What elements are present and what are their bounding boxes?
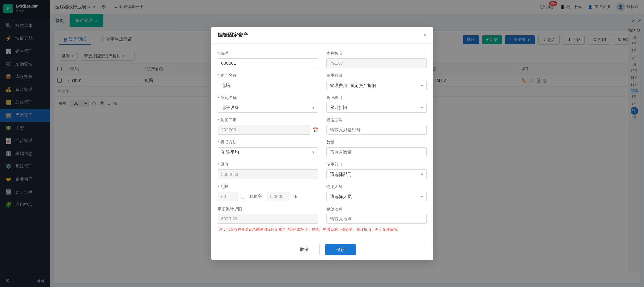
period-unit: 月 [241, 194, 245, 200]
field-asset-name: * 资产名称 [218, 73, 318, 90]
category-select-wrapper: 电子设备 ▼ [218, 103, 318, 113]
monthly-dep-label: 本月折旧 [326, 51, 342, 56]
dep-subject-select[interactable]: 累计折旧 [326, 103, 427, 113]
user-wrapper: 请选择人员 ▼ [326, 192, 427, 201]
spec-input[interactable] [326, 125, 427, 135]
department-label: 使用部门 [326, 162, 342, 167]
field-code: * 编码 [218, 51, 318, 68]
dep-method-label: 折旧方法 [220, 139, 237, 145]
period-residual-row: 月 残值率 % [218, 192, 318, 201]
category-select[interactable]: 电子设备 [218, 103, 318, 113]
location-input[interactable] [326, 214, 427, 224]
orig-value-label: 原值 [220, 162, 228, 167]
dep-subject-wrapper: 累计折旧 ▼ [326, 103, 427, 113]
field-depreciation-method: * 折旧方法 年限平均 ▼ [218, 139, 318, 157]
monthly-dep-input [326, 58, 427, 68]
modal-footer: 取消 保存 [211, 239, 433, 260]
edit-asset-modal: 编辑固定资产 × * 编码 * [211, 27, 433, 260]
department-wrapper: 请选择部门 ▼ [326, 169, 427, 179]
code-field-label: 编码 [220, 51, 228, 56]
category-field-label: 类别名称 [220, 95, 237, 101]
modal-note: 注：已经存在变更记录或者对应固定资产已经生成凭证，原值、购买日期、残值率、累计折… [218, 227, 427, 232]
modal-overlay: 编辑固定资产 × * 编码 * [0, 0, 644, 287]
field-original-value: * 原值 [218, 162, 318, 179]
field-location: 存放地点 [326, 206, 427, 224]
user-select[interactable]: 请选择人员 [326, 192, 427, 201]
form-right-col: 本月折旧 费用科目 管理费用_固定资产折旧 ▼ [326, 51, 427, 224]
modal-title: 编辑固定资产 [218, 32, 248, 38]
purchase-date-label: 购买日期 [220, 117, 237, 123]
expense-subject-select[interactable]: 管理费用_固定资产折旧 [326, 81, 427, 90]
spec-label: 规格型号 [326, 117, 342, 123]
cancel-button[interactable]: 取消 [289, 244, 320, 255]
purchase-date-wrapper: 📅 [218, 125, 318, 135]
field-initial-accumulated: 期初累计折旧 [218, 206, 318, 224]
modal-close-button[interactable]: × [423, 32, 427, 39]
department-select[interactable]: 请选择部门 [326, 169, 427, 179]
field-period-residual: * 期限 月 残值率 % [218, 184, 318, 201]
period-label: 期限 [220, 184, 228, 190]
quantity-input[interactable] [326, 147, 427, 157]
initial-accumulated-input[interactable] [218, 214, 318, 224]
field-category-name: * 类别名称 电子设备 ▼ [218, 95, 318, 113]
field-purchase-date: * 购买日期 📅 [218, 117, 318, 135]
dep-method-select-wrapper: 年限平均 ▼ [218, 147, 318, 157]
original-value-input[interactable] [218, 169, 318, 179]
expense-subject-wrapper: 管理费用_固定资产折旧 ▼ [326, 81, 427, 90]
asset-name-input[interactable] [218, 81, 318, 90]
asset-name-field-label: 资产名称 [220, 73, 237, 78]
residual-rate-label: 残值率 [250, 194, 262, 199]
residual-rate-unit: % [293, 194, 297, 199]
field-user: 使用人员 请选择人员 ▼ [326, 184, 427, 201]
dep-subject-label: 折旧科目 [326, 95, 342, 101]
init-accum-label: 期初累计折旧 [218, 206, 242, 212]
purchase-date-input[interactable] [218, 125, 310, 135]
residual-rate-input[interactable] [267, 192, 290, 201]
field-expense-subject: 费用科目 管理费用_固定资产折旧 ▼ [326, 73, 427, 90]
form-left-col: * 编码 * 资产名称 * [218, 51, 318, 224]
quantity-label: 数量 [326, 139, 334, 145]
field-monthly-dep: 本月折旧 [326, 51, 427, 68]
modal-body: * 编码 * 资产名称 * [211, 44, 433, 239]
save-button[interactable]: 保存 [325, 244, 356, 255]
field-department: 使用部门 请选择部门 ▼ [326, 162, 427, 179]
field-spec: 规格型号 [326, 117, 427, 135]
dep-method-select[interactable]: 年限平均 [218, 147, 318, 157]
field-dep-subject: 折旧科目 累计折旧 ▼ [326, 95, 427, 113]
code-input[interactable] [218, 58, 318, 68]
modal-header: 编辑固定资产 × [211, 27, 433, 44]
field-quantity: 数量 [326, 139, 427, 157]
asset-form: * 编码 * 资产名称 * [218, 51, 427, 224]
expense-subject-label: 费用科目 [326, 73, 342, 78]
calendar-icon[interactable]: 📅 [312, 127, 318, 133]
user-label: 使用人员 [326, 184, 342, 190]
location-label: 存放地点 [326, 206, 342, 212]
period-input[interactable] [218, 192, 238, 201]
